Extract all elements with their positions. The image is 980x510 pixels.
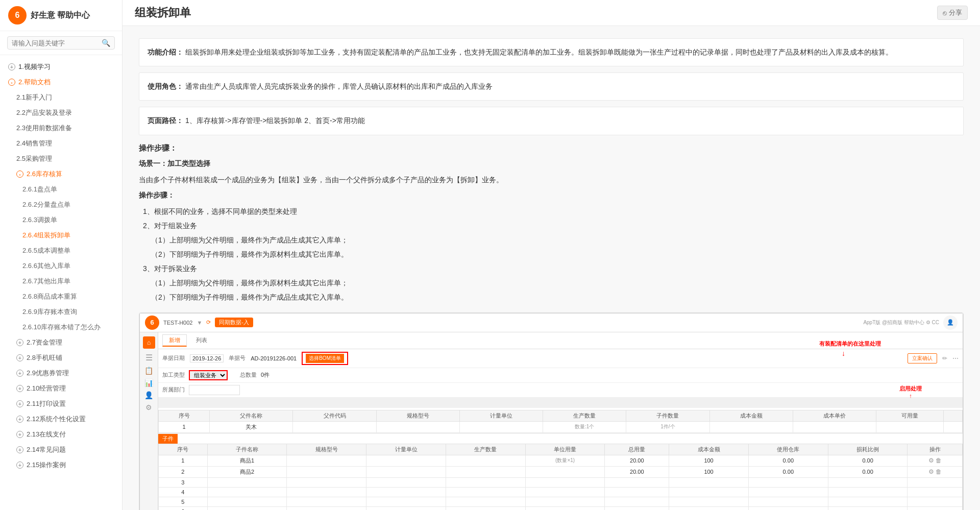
finance-expand-icon: + [16, 339, 23, 346]
sim-type-row: 加工类型 组装业务 总数量 0件 组装业务、拆卸业务在这里 [158, 368, 963, 383]
sim-bom-btn-container: 选择BOM清单 [302, 352, 348, 365]
sim-date-value: 2019-12-26 [190, 354, 224, 362]
sim-icon-sidebar: ⌂ ☰ 📋 📊 👤 ⚙ [140, 332, 158, 510]
sim-confirm-btn[interactable]: 立案确认 [908, 353, 937, 363]
table-row: 1 商品1 (数量×1) 20.00 100 0.00 [159, 455, 963, 466]
pay-expand-icon: + [16, 431, 23, 438]
sim-th-available: 可用量 [876, 410, 943, 421]
sidebar-item-finance[interactable]: + 2.7资金管理 [0, 335, 122, 350]
sidebar-item-print[interactable]: + 2.11打印设置 [0, 396, 122, 411]
sidebar-item-stock-ledger-fix[interactable]: 2.6.10库存账本错了怎么办 [0, 320, 122, 335]
nav-tree: + 1.视频学习 - 2.帮助文档 2.1新手入门 2.2产品安装及登录 2.3… [0, 55, 122, 510]
sidebar-item-partial-stocktake[interactable]: 2.6.2分量盘点单 [0, 197, 122, 212]
sim-tab-new[interactable]: 新增 [162, 334, 187, 347]
sim-parent-table: 序号 父件名称 父件代码 规格型号 计量单位 生产数量 子件数量 成本金额 成本 [158, 410, 963, 433]
annotation3-container: 启用处理 ↑ [899, 385, 922, 399]
sidebar-item-assembly[interactable]: 2.6.4组装拆卸单 [0, 228, 122, 243]
sim-parent-table-area: 序号 父件名称 父件代码 规格型号 计量单位 生产数量 子件数量 成本金额 成本 [158, 408, 963, 434]
sim-child-th-totaluse: 总用量 [605, 444, 669, 455]
step3-sub1: （1）上部明细为父件明细，最终作为原材料生成其它出库单； [151, 276, 964, 290]
sidebar-item-data-prep[interactable]: 2.3使用前数据准备 [0, 120, 122, 136]
sim-period-btn[interactable]: 同期数据-入 [215, 318, 253, 327]
step-list: 1、根据不同的业务，选择不同单据的类型来处理 2、对于组装业务 （1）上部明细为… [139, 204, 964, 304]
sidebar-item-mobile[interactable]: + 2.8手机旺铺 [0, 350, 122, 366]
sidebar-item-new-user[interactable]: 2.1新手入门 [0, 90, 122, 105]
sidebar-item-install-login[interactable]: 2.2产品安装及登录 [0, 105, 122, 120]
sim-count-label: 总数量 [240, 371, 257, 379]
table-row: 4 [159, 487, 963, 497]
step1: 1、根据不同的业务，选择不同单据的类型来处理 [143, 204, 964, 218]
sim-dept-input[interactable] [189, 385, 240, 395]
sim-th-cost-unit: 成本单价 [793, 410, 876, 421]
sim-parent-table-body: 1 关木 数量:1个 1件/个 [159, 421, 963, 432]
sidebar-item-video-learning[interactable]: + 1.视频学习 [0, 59, 122, 75]
table-row: 1 关木 数量:1个 1件/个 [159, 421, 963, 432]
sidebar-item-settings[interactable]: + 2.12系统个性化设置 [0, 411, 122, 427]
path-text: 1、库存核算->库存管理->组装拆卸单 2、首页->常用功能 [185, 116, 365, 125]
sim-child-th-unituse: 单位用量 [525, 444, 605, 455]
step3-sub2: （2）下部明细为子件明细，最终作为产成品生成其它入库单。 [151, 290, 964, 304]
content-area: 功能介绍： 组装拆卸单用来处理企业组装或拆卸等加工业务，支持有固定装配清单的产品… [122, 26, 980, 510]
sidebar-item-other-outbound[interactable]: 2.6.7其他出库单 [0, 274, 122, 289]
sim-home-icon: ⌂ [143, 336, 155, 349]
sim-child-th-seq: 序号 [159, 444, 208, 455]
operations-title: 操作步骤： [139, 143, 964, 153]
sidebar: 6 好生意 帮助中心 🔍 + 1.视频学习 - 2.帮助文档 2.1新手入门 2… [0, 0, 122, 510]
step3: 3、对于拆装业务 [143, 261, 964, 276]
sim-system-bar: 6 TEST-H002 ▼ ⟳ 同期数据-入 AppT版 @招商版 帮助中心 ⚙… [140, 313, 963, 332]
sim-system-name: TEST-H002 [163, 320, 192, 326]
search-icon[interactable]: 🔍 [102, 39, 110, 47]
topbar: 组装拆卸单 ⎋ 分享 [122, 0, 980, 26]
sidebar-item-online-pay[interactable]: + 2.13在线支付 [0, 427, 122, 442]
sim-date-label: 单据日期 [162, 354, 185, 362]
sidebar-item-cases[interactable]: + 2.15操作案例 [0, 457, 122, 473]
ops-expand-icon: + [16, 385, 23, 392]
search-input[interactable] [12, 39, 102, 47]
sidebar-item-stocktake[interactable]: 2.6.1盘点单 [0, 182, 122, 197]
sim-menu-icon3: 📊 [144, 379, 153, 387]
sim-menu-icon1: ☰ [145, 353, 153, 362]
print-expand-icon: + [16, 400, 23, 407]
sim-tab-list[interactable]: 列表 [190, 335, 213, 346]
sidebar-item-faq[interactable]: + 2.14常见问题 [0, 442, 122, 457]
sidebar-item-cost-adj[interactable]: 2.6.5成本调整单 [0, 243, 122, 258]
sim-content-panel: 新增 列表 单据日期 2019-12-26 单据号 AD-20191226-00… [158, 332, 963, 510]
sim-no-value: AD-20191226-001 [251, 355, 297, 361]
search-area: 🔍 [0, 31, 122, 55]
table-row: 5 [159, 497, 963, 506]
sidebar-item-inventory[interactable]: - 2.6库存核算 [0, 166, 122, 182]
sim-child-th-prodqty: 生产数量 [446, 444, 525, 455]
sidebar-item-coupon[interactable]: + 2.9优惠券管理 [0, 366, 122, 381]
mobile-expand-icon: + [16, 354, 23, 361]
sidebar-item-purchase[interactable]: 2.5采购管理 [0, 151, 122, 166]
sim-child-table-body: 1 商品1 (数量×1) 20.00 100 0.00 [159, 455, 963, 510]
sim-screenshot: 6 TEST-H002 ▼ ⟳ 同期数据-入 AppT版 @招商版 帮助中心 ⚙… [139, 313, 963, 510]
annotation3-arrow: ↑ [909, 393, 912, 399]
role-block: 使用角色： 通常由生产人员或库管人员完成拆装业务的操作，库管人员确认原材料的出库… [139, 72, 964, 101]
sidebar-item-transfer[interactable]: 2.6.3调拨单 [0, 212, 122, 228]
sim-th-parent-name: 父件名称 [210, 410, 293, 421]
share-icon: ⎋ [943, 9, 947, 17]
collapse-icon: - [8, 79, 15, 86]
sim-edit-icon: ✏ [942, 355, 947, 362]
sim-select-bom-btn[interactable]: 选择BOM清单 [306, 354, 344, 363]
sim-child-table-head: 序号 子件名称 规格型号 计量单位 生产数量 单位用量 总用量 成本金额 使用仓 [159, 444, 963, 455]
sidebar-item-cost-recalc[interactable]: 2.6.8商品成本重算 [0, 289, 122, 304]
sim-child-th-cost: 成本金额 [669, 444, 749, 455]
sidebar-item-stock-ledger[interactable]: 2.6.9库存账本查询 [0, 304, 122, 320]
annotation3-text: 启用处理 [899, 385, 922, 393]
sim-th-unit: 计量单位 [459, 410, 543, 421]
sidebar-item-help-docs[interactable]: - 2.帮助文档 [0, 75, 122, 90]
sim-type-select[interactable]: 组装业务 [190, 371, 227, 379]
sim-child-th-name: 子件名称 [207, 444, 287, 455]
sidebar-item-sales[interactable]: 2.4销售管理 [0, 136, 122, 151]
sim-type-label: 加工类型 [162, 371, 185, 379]
share-button[interactable]: ⎋ 分享 [937, 6, 968, 20]
path-label: 页面路径： [148, 116, 183, 125]
annotation1-arrow: ↓ [842, 349, 845, 357]
search-box: 🔍 [7, 36, 115, 50]
table-row: 3 [159, 477, 963, 487]
sidebar-item-ops[interactable]: + 2.10经营管理 [0, 381, 122, 396]
sim-child-th-loss: 损耗比例 [828, 444, 908, 455]
sidebar-item-other-inbound[interactable]: 2.6.6其他入库单 [0, 258, 122, 274]
